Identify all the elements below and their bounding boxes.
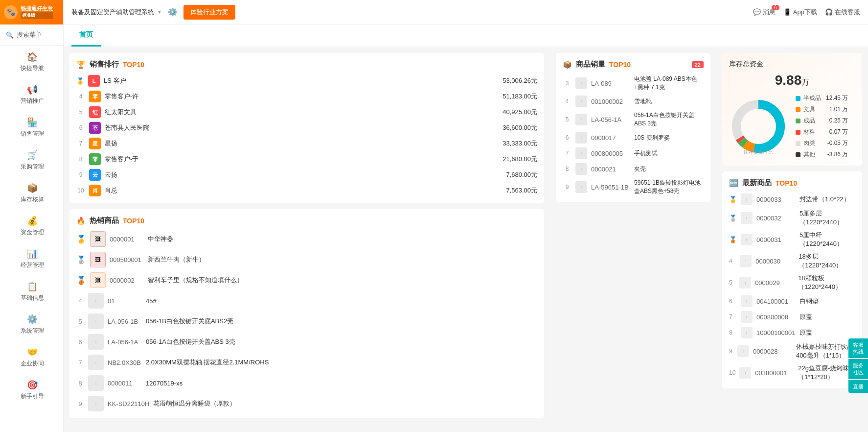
- sales-volume-card: 📦 商品销量 TOP10 22 3 ↑ LA-089 电池盖 LA-089 AB…: [556, 53, 710, 202]
- sales-volume-title: 📦 商品销量 TOP10 22: [563, 60, 704, 69]
- new-product-item: 7 ↑ 000800008 原盖: [729, 311, 855, 323]
- phone-icon: 📱: [783, 8, 791, 16]
- system-name: 装备及固定资产辅助管理系统 ▼: [71, 8, 162, 17]
- rank-number: 9: [76, 171, 85, 178]
- dropdown-icon[interactable]: ▼: [157, 9, 162, 15]
- sidebar-item-cooperation[interactable]: 🤝企业协同: [0, 341, 63, 374]
- new-product-item: 🥇 ↑ 0000033 封边带（1.0*22）: [729, 193, 855, 205]
- product-code: 01: [108, 297, 142, 305]
- sidebar-item-marketing[interactable]: 📢营销推广: [0, 78, 63, 111]
- legend-item: 肉类 -0.05 万: [796, 139, 848, 147]
- customer-amount: 7,680.00元: [506, 170, 537, 179]
- product-code: 0000021: [591, 166, 630, 173]
- product-image: 🖼: [90, 272, 106, 288]
- customer-amount: 51,183.00元: [503, 92, 537, 101]
- sidebar-item-purchase[interactable]: 🛒采购管理: [0, 144, 63, 177]
- online-service-label: 在线客服: [835, 8, 860, 17]
- online-service-button[interactable]: 🎧 在线客服: [825, 8, 860, 17]
- legend-item: 半成品 12.45 万: [796, 94, 848, 102]
- donut-chart: 库存资金占比: [729, 97, 788, 156]
- product-name: 电池盖 LA-089 ABS本色+黑种 7.1克: [634, 75, 704, 92]
- medal-icon: 🥇: [76, 235, 86, 244]
- legend-value: -3.86 万: [827, 150, 848, 159]
- sidebar-item-sales[interactable]: 🏪销售管理: [0, 111, 63, 144]
- settings-icon[interactable]: ⚙️: [168, 7, 178, 17]
- rank-number: 6: [729, 298, 737, 305]
- float-btn-service[interactable]: 客服 热线: [848, 338, 868, 359]
- sidebar-search-area[interactable]: 🔍 搜索菜单: [0, 24, 63, 46]
- rank-number: 4: [729, 258, 736, 264]
- legend-dot: [796, 96, 800, 101]
- medal-icon: 🥈: [76, 255, 86, 264]
- rank-number: 4: [563, 98, 571, 105]
- new-product-item: 5 ↑ 0000029 18颗粒板（1220*2440）: [729, 274, 855, 291]
- trial-button[interactable]: 体验行业方案: [183, 5, 235, 20]
- hot-product-item: 🥇 🖼 0000001 中华神器: [76, 231, 537, 247]
- sidebar-item-guide[interactable]: 🎯新手引导: [0, 374, 63, 407]
- product-code: 000800005: [591, 150, 630, 157]
- new-product-item: 8 ↑ 10000100001 原盖: [729, 327, 855, 338]
- inventory-total: 9.88万: [729, 72, 855, 88]
- hot-product-item: 8 ↑ 0000011 12070519-xs: [76, 375, 537, 391]
- sidebar-item-operation[interactable]: 📊经营管理: [0, 242, 63, 275]
- legend-item: 成品 0.25 万: [796, 117, 848, 125]
- search-menu-button[interactable]: 🔍 搜索菜单: [4, 28, 59, 41]
- rank-number: 7: [563, 150, 571, 157]
- sales-volume-item: 7 ↑ 000800005 手机测试: [563, 147, 704, 159]
- legend-value: 12.45 万: [826, 94, 848, 102]
- inventory-unit: 万: [801, 78, 809, 86]
- sales-volume-panel: 📦 商品销量 TOP10 22 3 ↑ LA-089 电池盖 LA-089 AB…: [550, 47, 716, 432]
- inventory-chart-area: 库存资金占比 半成品 12.45 万 文具 1.01 万 成品 0.25 万 材…: [729, 94, 855, 159]
- product-image-placeholder: ↑: [88, 293, 104, 309]
- product-code: LA-056-1A: [108, 338, 142, 346]
- messages-badge: 6: [772, 5, 779, 10]
- new-product-name: 原盖: [799, 312, 812, 321]
- sidebar-item-basic-info[interactable]: 📋基础信息: [0, 275, 63, 308]
- rank-item: 8 零 零售客户-于 21,680.00元: [76, 153, 537, 165]
- sales-volume-item: 6 ↑ 0000017 10S 变刹罗娑: [563, 132, 704, 144]
- sidebar-item-quick-nav[interactable]: 🏠快捷导航: [0, 46, 63, 78]
- product-image: 🖼: [90, 252, 106, 267]
- customer-avatar: 零: [89, 153, 101, 165]
- sidebar-item-finance[interactable]: 💰资金管理: [0, 210, 63, 242]
- content-area: 🏆 销售排行 TOP10 🥇 L LS 客户 53,006.26元 4 零 零售…: [64, 47, 868, 432]
- product-code: LA-089: [591, 80, 630, 87]
- app-download-button[interactable]: 📱 App下载: [783, 8, 817, 17]
- basic-info-label: 基础信息: [21, 294, 44, 302]
- finance-label: 资金管理: [21, 228, 44, 237]
- sidebar-item-system[interactable]: ⚙️系统管理: [0, 308, 63, 341]
- marketing-icon: 📢: [27, 84, 38, 95]
- message-icon: 💬: [753, 8, 761, 16]
- finance-icon: 💰: [27, 216, 38, 226]
- product-name: 智利车子里（规格不知道填什么）: [148, 276, 537, 285]
- medal-icon: 🥉: [729, 236, 737, 243]
- sidebar: 🐾 畅捷通好生意 标准版 🔍 搜索菜单 🏠快捷导航📢营销推广🏪销售管理🛒采购管理…: [0, 0, 64, 432]
- tab-home[interactable]: 首页: [71, 24, 101, 47]
- legend-name: 文具: [803, 105, 823, 114]
- guide-label: 新手引导: [21, 392, 44, 401]
- customer-amount: 40,925.00元: [503, 108, 537, 117]
- new-product-image: ↑: [741, 212, 753, 224]
- hot-product-item: 6 ↑ LA-056-1A 056-1A白色按键开关盖ABS 3壳: [76, 334, 537, 350]
- sales-volume-item: 5 ↑ LA-056-1A 056-1A白色按键开关盖ABS 3壳: [563, 111, 704, 128]
- customer-amount: 36,600.00元: [503, 123, 537, 132]
- legend-name: 肉类: [803, 139, 823, 147]
- product-img: ↑: [575, 181, 587, 193]
- quick-nav-label: 快捷导航: [21, 64, 44, 72]
- legend-name: 材料: [803, 128, 823, 136]
- new-product-code: 0000029: [755, 279, 794, 287]
- customer-name: 云扬: [105, 170, 502, 179]
- float-btn-direct[interactable]: 直播: [848, 380, 868, 393]
- messages-button[interactable]: 💬 消息 6: [753, 8, 776, 17]
- product-rank-num: 8: [76, 380, 84, 387]
- sidebar-item-inventory[interactable]: 📦库存核算: [0, 177, 63, 210]
- search-menu-label: 搜索菜单: [17, 30, 42, 39]
- sidebar-nav: 🏠快捷导航📢营销推广🏪销售管理🛒采购管理📦库存核算💰资金管理📊经营管理📋基础信息…: [0, 46, 63, 432]
- rank-item: 7 星 星扬 33,333.00元: [76, 138, 537, 149]
- sales-volume-label: 商品销量: [576, 60, 605, 69]
- customer-avatar: 零: [89, 91, 101, 102]
- product-rank-num: 9: [76, 400, 84, 408]
- float-btn-community[interactable]: 服务 社区: [848, 359, 868, 379]
- rank-number: 7: [76, 140, 85, 147]
- rank-number: 10: [76, 187, 85, 194]
